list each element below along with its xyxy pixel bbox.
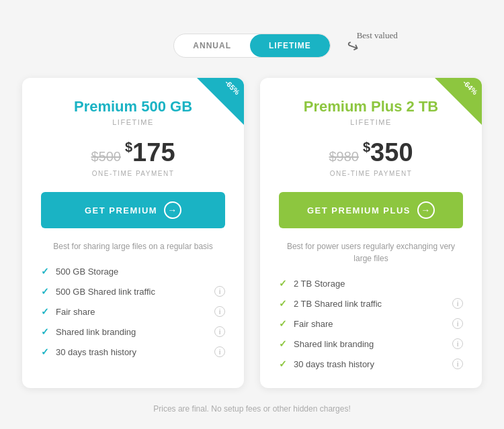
feature-item: ✓ 2 TB Shared link traffic i bbox=[279, 298, 463, 309]
feature-text: Fair share bbox=[294, 319, 333, 329]
old-price: $980 bbox=[329, 149, 359, 164]
feature-left: ✓ 30 days trash history bbox=[41, 346, 136, 357]
check-icon: ✓ bbox=[279, 278, 287, 289]
feature-text: Shared link branding bbox=[56, 327, 136, 337]
plan-description: Best for sharing large files on a regula… bbox=[41, 240, 225, 252]
info-icon[interactable]: i bbox=[452, 359, 463, 369]
annual-toggle-btn[interactable]: ANNUAL bbox=[174, 34, 250, 57]
feature-left: ✓ Fair share bbox=[279, 318, 333, 329]
curved-arrow-icon: ↩ bbox=[344, 36, 362, 57]
old-price: $500 bbox=[91, 149, 121, 164]
pricing-row: $980 $350 bbox=[279, 138, 463, 167]
new-price: $175 bbox=[125, 138, 175, 167]
billing-toggle: ANNUAL LIFETIME Best valued ↩ bbox=[173, 34, 330, 58]
check-icon: ✓ bbox=[41, 286, 49, 297]
check-icon: ✓ bbox=[41, 306, 49, 317]
new-price: $350 bbox=[363, 138, 413, 167]
feature-item: ✓ 2 TB Storage bbox=[279, 278, 463, 289]
feature-left: ✓ 2 TB Storage bbox=[279, 278, 345, 289]
feature-text: 500 GB Storage bbox=[56, 267, 118, 277]
feature-text: 30 days trash history bbox=[56, 347, 136, 357]
check-icon: ✓ bbox=[279, 318, 287, 329]
cta-arrow-icon: → bbox=[164, 201, 181, 219]
cta-button[interactable]: GET PREMIUM → bbox=[41, 192, 225, 228]
feature-item: ✓ 500 GB Shared link traffic i bbox=[41, 286, 225, 297]
feature-text: Shared link branding bbox=[294, 339, 374, 349]
feature-left: ✓ 30 days trash history bbox=[279, 359, 374, 369]
cta-button[interactable]: GET PREMIUM PLUS → bbox=[279, 192, 463, 228]
feature-left: ✓ 500 GB Shared link traffic bbox=[41, 286, 155, 297]
plan-card-premium-plus: -64% Premium Plus 2 TB LIFETIME $980 $35… bbox=[260, 78, 482, 388]
toggle-container: ANNUAL LIFETIME bbox=[173, 34, 330, 58]
feature-list: ✓ 2 TB Storage ✓ 2 TB Shared link traffi… bbox=[279, 278, 463, 369]
footer-note: Prices are final. No setup fees or other… bbox=[153, 404, 351, 414]
feature-item: ✓ 30 days trash history i bbox=[41, 346, 225, 357]
info-icon[interactable]: i bbox=[214, 286, 225, 297]
feature-text: 500 GB Shared link traffic bbox=[56, 287, 155, 297]
pricing-row: $500 $175 bbox=[41, 138, 225, 167]
feature-list: ✓ 500 GB Storage ✓ 500 GB Shared link tr… bbox=[41, 266, 225, 357]
info-icon[interactable]: i bbox=[452, 318, 463, 329]
cta-label: GET PREMIUM PLUS bbox=[307, 205, 411, 216]
info-icon[interactable]: i bbox=[214, 326, 225, 337]
feature-text: 2 TB Shared link traffic bbox=[294, 299, 382, 309]
feature-item: ✓ 500 GB Storage bbox=[41, 266, 225, 277]
feature-left: ✓ Fair share bbox=[41, 306, 95, 317]
feature-item: ✓ Shared link branding i bbox=[41, 326, 225, 337]
payment-type: ONE-TIME PAYMENT bbox=[41, 170, 225, 177]
check-icon: ✓ bbox=[41, 346, 49, 357]
cta-label: GET PREMIUM bbox=[85, 205, 157, 216]
best-valued-container: Best valued ↩ bbox=[347, 30, 398, 55]
info-icon[interactable]: i bbox=[214, 306, 225, 317]
discount-triangle bbox=[435, 78, 482, 125]
check-icon: ✓ bbox=[279, 359, 287, 369]
lifetime-toggle-btn[interactable]: LIFETIME bbox=[250, 34, 330, 57]
feature-item: ✓ Fair share i bbox=[279, 318, 463, 329]
cta-arrow-icon: → bbox=[417, 201, 435, 219]
check-icon: ✓ bbox=[279, 298, 287, 309]
feature-text: Fair share bbox=[56, 307, 95, 317]
info-icon[interactable]: i bbox=[452, 298, 463, 309]
plans-container: -65% Premium 500 GB LIFETIME $500 $175 O… bbox=[13, 78, 491, 388]
check-icon: ✓ bbox=[41, 266, 49, 277]
feature-left: ✓ 500 GB Storage bbox=[41, 266, 118, 277]
feature-text: 30 days trash history bbox=[294, 359, 374, 369]
feature-left: ✓ 2 TB Shared link traffic bbox=[279, 298, 382, 309]
feature-item: ✓ 30 days trash history i bbox=[279, 359, 463, 369]
payment-type: ONE-TIME PAYMENT bbox=[279, 170, 463, 177]
feature-text: 2 TB Storage bbox=[294, 279, 345, 289]
check-icon: ✓ bbox=[41, 326, 49, 337]
plan-description: Best for power users regularly exchangin… bbox=[279, 240, 463, 265]
best-valued-text: Best valued bbox=[357, 30, 398, 41]
plan-card-premium: -65% Premium 500 GB LIFETIME $500 $175 O… bbox=[22, 78, 244, 388]
feature-item: ✓ Shared link branding i bbox=[279, 338, 463, 349]
discount-triangle bbox=[197, 78, 244, 125]
feature-left: ✓ Shared link branding bbox=[41, 326, 136, 337]
feature-item: ✓ Fair share i bbox=[41, 306, 225, 317]
feature-left: ✓ Shared link branding bbox=[279, 338, 374, 349]
info-icon[interactable]: i bbox=[214, 346, 225, 357]
info-icon[interactable]: i bbox=[452, 338, 463, 349]
check-icon: ✓ bbox=[279, 338, 287, 349]
